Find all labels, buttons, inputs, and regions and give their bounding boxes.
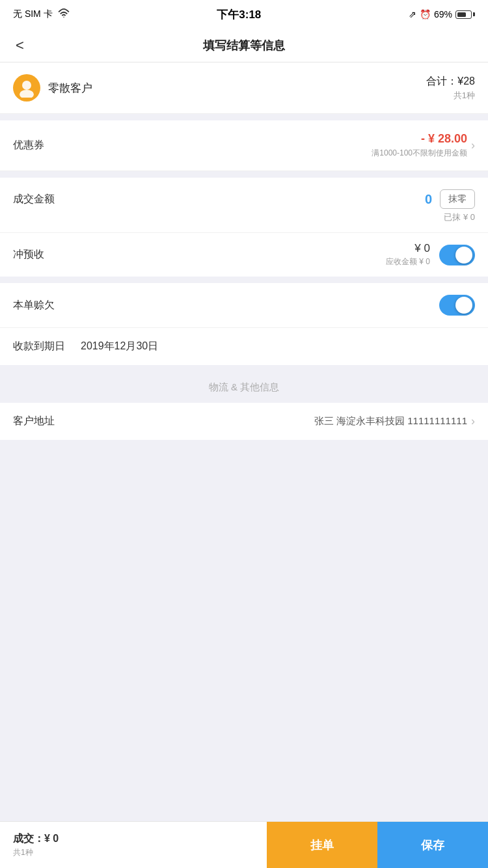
prepaid-toggle[interactable] <box>439 245 475 265</box>
save-button[interactable]: 保存 <box>377 822 488 868</box>
chevron-right-icon: › <box>471 139 475 152</box>
back-button[interactable]: < <box>10 32 29 59</box>
total-amount: 合计：¥28 <box>426 75 475 88</box>
alarm-icon: ⏰ <box>420 9 431 20</box>
status-time: 下午3:18 <box>217 7 261 22</box>
bottom-count: 共1种 <box>13 847 254 858</box>
location-icon: ⇗ <box>409 9 416 20</box>
total-count: 共1种 <box>426 90 475 102</box>
coupon-label: 优惠券 <box>13 139 44 152</box>
logistics-separator: 物流 & 其他信息 <box>0 372 488 403</box>
prepaid-label: 冲预收 <box>13 248 44 262</box>
due-date-label: 收款到期日 <box>13 340 65 353</box>
due-date-value[interactable]: 2019年12月30日 <box>81 340 158 353</box>
bottom-deal-amount: ¥ 0 <box>44 833 59 844</box>
address-content: 张三 海淀永丰科技园 11111111111 <box>314 415 467 427</box>
prepaid-main-amount: ¥ 0 <box>386 242 430 255</box>
address-row[interactable]: 客户地址 张三 海淀永丰科技园 11111111111 › <box>0 403 488 440</box>
prepaid-row: 冲预收 ¥ 0 应收金额 ¥ 0 <box>0 233 488 277</box>
due-date-row: 收款到期日 2019年12月30日 <box>0 327 488 365</box>
credit-toggle-knob <box>455 297 472 314</box>
customer-row: 零散客户 合计：¥28 共1种 <box>0 62 488 114</box>
page-title: 填写结算等信息 <box>203 38 285 53</box>
credit-section: 本单赊欠 <box>0 283 488 327</box>
bottom-info: 成交：¥ 0 共1种 <box>0 822 267 868</box>
customer-name: 零散客户 <box>48 81 92 96</box>
prepaid-sub-amount: 应收金额 ¥ 0 <box>386 256 430 267</box>
credit-toggle[interactable] <box>439 295 475 316</box>
svg-point-1 <box>22 81 31 90</box>
status-left: 无 SIM 卡 <box>13 8 70 21</box>
hold-button[interactable]: 挂单 <box>267 822 377 868</box>
battery-percent: 69% <box>434 9 452 20</box>
sim-label: 无 SIM 卡 <box>13 8 53 20</box>
toggle-knob <box>455 247 472 264</box>
status-bar: 无 SIM 卡 下午3:18 ⇗ ⏰ 69% <box>0 0 488 29</box>
bottom-deal-label: 成交： <box>13 833 44 844</box>
svg-point-0 <box>63 16 64 18</box>
bottom-bar: 成交：¥ 0 共1种 挂单 保存 <box>0 821 488 868</box>
address-label: 客户地址 <box>13 414 65 428</box>
nav-bar: < 填写结算等信息 <box>0 29 488 62</box>
credit-label: 本单赊欠 <box>13 299 55 312</box>
wifi-icon <box>58 8 70 21</box>
coupon-discount: - ¥ 28.00 <box>372 132 467 146</box>
deal-amount-sub: 已抹 ¥ 0 <box>13 211 475 223</box>
svg-point-2 <box>20 90 34 98</box>
round-button[interactable]: 抹零 <box>440 189 475 209</box>
coupon-row[interactable]: 优惠券 - ¥ 28.00 满1000-100不限制使用金额 › <box>0 120 488 171</box>
bottom-deal-text: 成交：¥ 0 <box>13 832 254 846</box>
customer-avatar <box>13 74 40 102</box>
battery-icon <box>455 10 475 19</box>
deal-amount-value[interactable]: 0 <box>406 192 432 207</box>
status-right: ⇗ ⏰ 69% <box>409 9 475 20</box>
deal-amount-section: 成交金额 0 抹零 已抹 ¥ 0 <box>0 178 488 233</box>
coupon-desc: 满1000-100不限制使用金额 <box>372 148 467 159</box>
deal-amount-label: 成交金额 <box>13 193 55 206</box>
address-chevron-icon: › <box>471 414 475 428</box>
logistics-label: 物流 & 其他信息 <box>209 381 279 394</box>
